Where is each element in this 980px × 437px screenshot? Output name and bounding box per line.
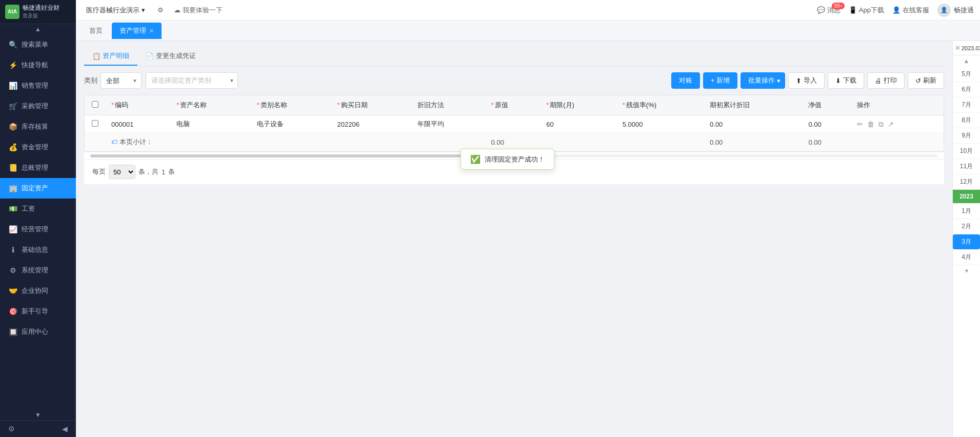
online-service-action[interactable]: 👤 在线客服 [892, 6, 929, 15]
message-action[interactable]: 💬 消息 99+ [817, 6, 841, 15]
app-download-action[interactable]: 📱 App下载 [849, 6, 884, 15]
month-item-7[interactable]: 7月 [953, 97, 980, 113]
month-item-10[interactable]: 10月 [953, 144, 980, 159]
reconcile-button[interactable]: 对账 [671, 72, 700, 89]
new-button[interactable]: + 新增 [703, 72, 737, 89]
total-count: 1 [162, 168, 165, 176]
print-button[interactable]: 🖨 打印 [867, 72, 905, 89]
month-item-2[interactable]: 2月 [953, 219, 980, 234]
total-suffix: 条 [168, 167, 175, 176]
scrollbar-thumb[interactable] [90, 154, 514, 157]
cell-category: 电子设备 [251, 115, 331, 133]
sidebar-item-fixed-assets[interactable]: 🏢 固定资产 [0, 178, 76, 198]
asset-detail-icon: 📋 [92, 52, 101, 60]
tab-home[interactable]: 首页 [82, 23, 110, 39]
guide-icon: 🎯 [8, 307, 17, 316]
page-size-prefix: 每页 [92, 167, 106, 176]
sidebar-item-sales[interactable]: 📊 销售管理 [0, 75, 76, 96]
sidebar-item-purchase[interactable]: 🛒 采购管理 [0, 96, 76, 116]
month-item-5[interactable]: 5月 [953, 67, 980, 82]
download-icon: ⬇ [835, 77, 841, 85]
sidebar-item-operations[interactable]: 📈 经营管理 [0, 219, 76, 240]
export-label: 导入 [804, 76, 817, 85]
select-all-checkbox[interactable] [92, 101, 98, 108]
month-scroll-up[interactable]: ▲ [953, 55, 980, 67]
batch-button[interactable]: 批量操作 ▾ [741, 72, 785, 89]
sidebar-item-label: 基础信息 [22, 245, 48, 254]
sidebar-scroll-up[interactable]: ▲ [0, 24, 76, 34]
sidebar-item-app-center[interactable]: 🔲 应用中心 [0, 322, 76, 342]
success-toast: ✅ 清理固定资产成功！ [461, 149, 554, 170]
sidebar-item-system[interactable]: ⚙ 系统管理 [0, 260, 76, 281]
sidebar-item-label: 总账管理 [22, 163, 48, 172]
sidebar-item-payroll[interactable]: 💵 工资 [0, 198, 76, 219]
app-logo-icon: AtA [5, 5, 19, 19]
month-scroll-down[interactable]: ▾ [953, 265, 980, 276]
sidebar-item-quick-nav[interactable]: ⚡ 快捷导航 [0, 55, 76, 75]
user-name: 畅捷通 [954, 6, 974, 15]
download-label: 下载 [843, 76, 856, 85]
topbar-experience[interactable]: ☁ 我要体验一下 [174, 6, 223, 15]
category-filter-group: 类别 全部 [84, 72, 142, 89]
tab-close-icon[interactable]: ✕ [149, 28, 154, 34]
topbar-settings-button[interactable]: ⚙ [153, 3, 168, 17]
sub-tab-change-voucher[interactable]: 📄 变更生成凭证 [137, 47, 204, 66]
filter-arrow-icon: ▾ [230, 77, 233, 84]
collapse-icon[interactable]: ◀ [62, 425, 68, 433]
right-panel-close-icon[interactable]: ✕ [955, 44, 961, 52]
tab-asset-management[interactable]: 资产管理 ✕ [112, 23, 162, 39]
sidebar-item-label: 搜索菜单 [22, 40, 48, 49]
asset-table: *编码 *资产名称 *类别名称 *购买日期 折旧方法 *原值 *期限(月) *残… [85, 95, 944, 151]
export-icon: ⬆ [796, 77, 802, 85]
month-item-8[interactable]: 8月 [953, 113, 980, 128]
category-select-wrap: 全部 [101, 72, 142, 89]
refresh-button[interactable]: ↺ 刷新 [908, 72, 944, 89]
month-item-11[interactable]: 11月 [953, 159, 980, 174]
category-select[interactable]: 全部 [101, 72, 142, 89]
row-actions: ✏ 🗑 ⧉ ↗ [857, 120, 937, 129]
month-item-12[interactable]: 12月 [953, 174, 980, 190]
sidebar-item-basic-info[interactable]: ℹ 基础信息 [0, 240, 76, 260]
cell-depreciation-method: 年限平均 [411, 115, 485, 133]
month-item-1[interactable]: 1月 [953, 204, 980, 219]
page-size-select[interactable]: 50 10 20 100 [109, 165, 135, 179]
sidebar-scroll-down[interactable]: ▼ [0, 410, 76, 420]
month-item-6[interactable]: 6月 [953, 82, 980, 97]
change-voucher-icon: 📄 [146, 52, 154, 60]
asset-category-filter[interactable]: 请选择固定资产类别 ▾ [146, 72, 238, 89]
download-button[interactable]: ⬇ 下载 [828, 72, 864, 89]
subtotal-icon: 🏷 [111, 138, 117, 146]
inventory-icon: 📦 [8, 122, 17, 131]
col-depreciation-method: 折旧方法 [417, 101, 444, 109]
sidebar-bottom: ⚙ ◀ [0, 420, 76, 437]
refresh-icon: ↺ [915, 77, 921, 85]
export-button[interactable]: ⬆ 导入 [788, 72, 825, 89]
user-menu[interactable]: 👤 畅捷通 [937, 4, 974, 17]
edit-icon[interactable]: ✏ [857, 120, 863, 128]
company-selector[interactable]: 医疗器械行业演示 ▾ [82, 4, 149, 17]
month-item-3-active[interactable]: 3月 [953, 234, 980, 250]
month-item-4[interactable]: 4月 [953, 250, 980, 265]
sub-tab-asset-detail[interactable]: 📋 资产明细 [84, 47, 137, 66]
toolbar: 类别 全部 请选择固定资产类别 ▾ 对账 [84, 72, 944, 89]
sidebar-item-enterprise[interactable]: 🤝 企业协同 [0, 281, 76, 301]
print-label: 打印 [884, 76, 897, 85]
delete-icon[interactable]: 🗑 [867, 120, 874, 128]
copy-icon[interactable]: ⧉ [878, 120, 884, 129]
sidebar-item-search[interactable]: 🔍 搜索菜单 [0, 34, 76, 55]
sales-icon: 📊 [8, 81, 17, 90]
sidebar-item-guide[interactable]: 🎯 新手引导 [0, 301, 76, 322]
sidebar-item-funds[interactable]: 💰 资金管理 [0, 137, 76, 157]
message-icon: 💬 [817, 6, 825, 14]
month-item-9[interactable]: 9月 [953, 128, 980, 144]
cell-name: 电脑 [170, 115, 251, 133]
year-label-2023[interactable]: 2023 [953, 190, 980, 204]
operations-icon: 📈 [8, 225, 17, 234]
sidebar-item-inventory[interactable]: 📦 库存核算 [0, 116, 76, 137]
col-code: 编码 [115, 101, 128, 109]
more-icon[interactable]: ↗ [888, 120, 894, 128]
settings-bottom-icon[interactable]: ⚙ [8, 425, 15, 433]
fixed-assets-icon: 🏢 [8, 184, 17, 193]
sidebar-item-ledger[interactable]: 📒 总账管理 [0, 157, 76, 178]
row-checkbox[interactable] [92, 120, 98, 127]
